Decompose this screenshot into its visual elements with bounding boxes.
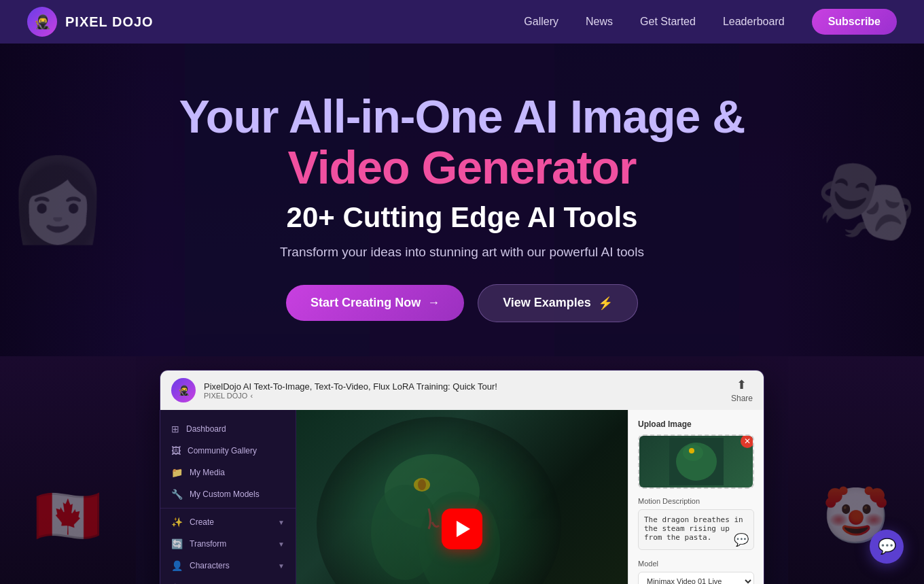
hero-right-decoration: 🎭	[775, 44, 924, 356]
video-header-info: PixelDojo AI Text-To-Image, Text-To-Vide…	[204, 381, 723, 400]
hero-buttons: Start Creating Now → View Examples ⚡	[179, 284, 745, 322]
sidebar-item-my-media[interactable]: 📁 My Media	[160, 462, 296, 483]
subscribe-button[interactable]: Subscribe	[812, 9, 897, 35]
send-icon[interactable]: 💬	[734, 532, 749, 547]
logo[interactable]: 🥷 PIXEL DOJO	[27, 7, 154, 37]
hero-title-line1: Your All-in-One AI Image &	[179, 91, 745, 142]
model-select[interactable]: Minimax Video 01 Live	[638, 572, 754, 584]
video-container: 🥷 PixelDojo AI Text-To-Image, Text-To-Vi…	[160, 370, 764, 584]
video-body: ⊞ Dashboard 🖼 Community Gallery 📁 My Med…	[160, 410, 764, 584]
motion-description-label: Motion Description	[638, 497, 754, 505]
view-examples-button[interactable]: View Examples ⚡	[478, 284, 638, 322]
characters-icon: 👤	[171, 560, 183, 571]
video-right-panel: Upload Image ✕ Motion Description	[628, 410, 764, 584]
sidebar-item-label: Create	[190, 517, 214, 527]
sidebar-item-dashboard[interactable]: ⊞ Dashboard	[160, 418, 296, 440]
sidebar-item-label: My Custom Models	[190, 489, 260, 499]
svg-point-5	[418, 479, 426, 490]
sidebar-item-custom-models[interactable]: 🔧 My Custom Models	[160, 483, 296, 505]
my-media-icon: 📁	[171, 467, 183, 478]
nav-links: Gallery News Get Started Leaderboard Sub…	[524, 9, 897, 35]
hero-section: 👩 🎭 Your All-in-One AI Image & Video Gen…	[0, 44, 924, 356]
hero-description: Transform your ideas into stunning art w…	[179, 245, 745, 260]
sidebar-item-community-gallery[interactable]: 🖼 Community Gallery	[160, 440, 296, 462]
sidebar-item-create[interactable]: ✨ Create ▼	[160, 511, 296, 533]
video-right-panel-deco: 🤡	[788, 356, 924, 584]
nav-item-get-started[interactable]: Get Started	[640, 16, 696, 28]
video-left-panel: 🇨🇦	[0, 356, 136, 584]
hero-subtitle: 20+ Cutting Edge AI Tools	[179, 201, 745, 234]
dashboard-icon: ⊞	[171, 424, 179, 434]
svg-point-9	[689, 448, 694, 453]
transform-icon: 🔄	[171, 538, 183, 549]
upload-thumbnail	[639, 436, 753, 487]
sidebar-item-transform[interactable]: 🔄 Transform ▼	[160, 533, 296, 555]
create-arrow: ▼	[278, 519, 285, 526]
characters-arrow: ▼	[278, 562, 285, 570]
hero-left-decoration: 👩	[0, 44, 149, 356]
sidebar-item-label: Transform	[190, 539, 226, 549]
hero-title-line2: Video Generator	[179, 142, 745, 193]
close-button[interactable]: ✕	[741, 434, 754, 448]
share-icon[interactable]: ⬆	[736, 377, 747, 392]
upload-area[interactable]: ✕	[638, 434, 754, 489]
video-sidebar: ⊞ Dashboard 🖼 Community Gallery 📁 My Med…	[160, 410, 296, 584]
sidebar-item-label: Community Gallery	[188, 446, 257, 456]
sidebar-divider	[160, 508, 296, 509]
sidebar-item-label: Dashboard	[186, 424, 226, 434]
community-gallery-icon: 🖼	[171, 445, 181, 456]
video-channel-name: PIXEL DOJO ‹	[204, 392, 723, 400]
sidebar-item-enhance[interactable]: ⬆ Enhance ▼	[160, 577, 296, 584]
chat-icon: 💬	[878, 538, 896, 555]
dragon-visual	[296, 410, 582, 584]
nav-item-leaderboard[interactable]: Leaderboard	[723, 16, 785, 28]
nav-item-gallery[interactable]: Gallery	[524, 16, 558, 28]
logo-icon: 🥷	[27, 7, 57, 37]
custom-models-icon: 🔧	[171, 489, 183, 500]
create-icon: ✨	[171, 517, 183, 528]
video-title: PixelDojo AI Text-To-Image, Text-To-Vide…	[204, 381, 723, 392]
thumbnail-visual	[669, 438, 724, 485]
start-creating-button[interactable]: Start Creating Now →	[286, 285, 464, 321]
chat-bubble[interactable]: 💬	[870, 530, 904, 564]
video-section: 🇨🇦 🤡 🥷 PixelDojo AI Text-To-Image, Text-…	[0, 356, 924, 584]
share-label: Share	[731, 394, 753, 403]
sidebar-item-label: My Media	[190, 468, 225, 477]
model-label: Model	[638, 560, 754, 568]
navbar: 🥷 PIXEL DOJO Gallery News Get Started Le…	[0, 0, 924, 44]
sidebar-item-label: Characters	[190, 561, 230, 570]
nav-item-news[interactable]: News	[586, 16, 613, 28]
hero-content: Your All-in-One AI Image & Video Generat…	[179, 91, 745, 322]
video-header: 🥷 PixelDojo AI Text-To-Image, Text-To-Vi…	[160, 371, 764, 410]
upload-label: Upload Image	[638, 419, 754, 429]
play-button[interactable]	[442, 509, 482, 549]
transform-arrow: ▼	[278, 540, 285, 548]
sidebar-item-characters[interactable]: 👤 Characters ▼	[160, 555, 296, 577]
play-triangle-icon	[457, 521, 470, 537]
video-main: 🖱	[296, 410, 628, 584]
video-channel-icon: 🥷	[171, 378, 196, 402]
logo-text: PIXEL DOJO	[65, 14, 154, 30]
